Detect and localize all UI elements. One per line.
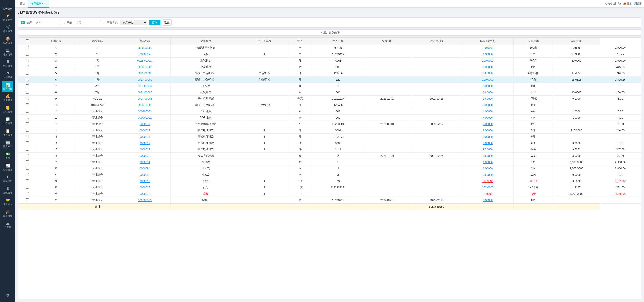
cell-0[interactable] [18,64,36,70]
sidebar-item-基础信息[interactable]: ℹ基础信息 [2,173,13,185]
expand-conditions-bar[interactable]: ▼ 展开更多条件 [18,30,641,36]
cell-9[interactable] [411,165,462,172]
cell-9[interactable] [411,115,462,121]
sidebar-settings[interactable]: ⚙ [5,291,10,300]
cell-0[interactable] [18,178,36,184]
sidebar-item-税务管理[interactable]: 📋税务管理 [2,127,13,138]
refresh-button[interactable]: 🔄 刷新 [634,2,642,6]
sidebar-search[interactable]: ☰ 搜索菜单 [0,2,16,12]
cell-0[interactable] [18,197,36,204]
cell-9[interactable] [411,64,462,70]
cell-2: 营业综合 [76,134,119,140]
cell-0[interactable] [18,127,36,134]
cell-9[interactable] [411,77,462,83]
cell-5 [241,58,288,64]
cell-9[interactable] [411,127,462,134]
tab-inventory-batch[interactable]: 库存批次▾ ✕ [28,0,49,8]
cell-0[interactable] [18,115,36,121]
cell-0[interactable] [18,83,36,89]
cell-0[interactable] [18,102,36,108]
cell-10: 0.00000 [462,102,514,108]
cell-0[interactable] [18,96,36,102]
cell-8 [364,184,411,191]
cell-0[interactable] [18,146,36,153]
cell-9[interactable] [411,134,462,140]
cell-0[interactable] [18,172,36,178]
cell-9[interactable]: 2022-02-27 [411,121,462,127]
cell-13: 222.00 [600,184,641,191]
cell-0[interactable] [18,51,36,58]
cell-0[interactable] [18,45,36,51]
sidebar-item-电商管理[interactable]: 🖥电商管理 [2,58,13,69]
cell-0[interactable] [18,140,36,146]
cell-7: 20220216 [312,197,364,204]
sidebar-item-工资[interactable]: 💵工资 [2,150,13,162]
cell-0[interactable] [18,184,36,191]
sidebar-item-快捷导航[interactable]: ⚡快捷导航 [2,12,13,23]
sidebar-item-发票管理[interactable]: 🧾发票管理 [2,115,13,127]
sidebar-item-系统管理[interactable]: ⚙系统管理 [2,185,13,196]
sidebar-item-总账管理[interactable]: 📒总账管理 [2,104,13,115]
search-button[interactable]: 查询 [148,20,160,25]
cell-9[interactable]: 2021-12-25 [411,153,462,159]
cell-9[interactable] [411,89,462,96]
sidebar-item-新手引导[interactable]: 🎓新手引导 [2,208,13,219]
cell-10: 0.00000 [462,83,514,89]
cell-0[interactable] [18,159,36,165]
cell-10: 0.00000 [462,197,514,204]
cell-0[interactable] [18,58,36,64]
cell-0[interactable] [18,70,36,77]
cell-9[interactable] [411,146,462,153]
cell-9[interactable] [411,108,462,115]
table-row: 20营业综合0000084批次次米21.000001米3,000.00003,0… [18,165,641,172]
cell-9[interactable] [411,45,462,51]
cell-0[interactable] [18,77,36,83]
cell-13: 0.00 [600,83,641,89]
cell-3: 0000084 [119,172,170,178]
sidebar-item-企业协同[interactable]: 🤝企业协同 [2,196,13,208]
cell-0[interactable] [18,121,36,127]
print-button[interactable]: 🖨 按模板打印▾ [605,2,622,6]
cell-9[interactable] [411,140,462,146]
warehouse-input[interactable] [34,20,61,25]
goods-input[interactable] [74,20,101,25]
sidebar-item-经营管理[interactable]: 📈经营管理 [2,162,13,173]
cell-2: 营业综合 [76,197,119,204]
sidebar-item-固定资产[interactable]: 🏢固定资产 [2,138,13,150]
sidebar-item-云应用[interactable]: ☁云应用 [2,219,13,231]
cell-0[interactable] [18,153,36,159]
category-label: 商品分类 [107,21,118,25]
cell-9[interactable] [411,102,462,108]
cell-9[interactable] [411,184,462,191]
cell-0[interactable] [18,191,36,197]
expand-arrow[interactable]: ▶ [21,21,25,25]
cell-9[interactable]: 2022-03-26 [411,96,462,102]
cell-9[interactable] [411,159,462,165]
cell-10: 10.0000 [462,153,514,159]
cell-9[interactable] [411,191,462,197]
sidebar-item-资金管理[interactable]: 💰资金管理 [2,92,13,104]
category-select[interactable]: 商品分类 [120,20,147,25]
sidebar-item-小脑电商[interactable]: 💻小脑电商 [2,46,13,58]
cell-9[interactable] [411,83,462,89]
cell-13: 30.00 [600,153,641,159]
cell-9[interactable] [411,70,462,77]
cell-9[interactable]: 2022-02-25 [411,197,462,204]
cell-0[interactable] [18,108,36,115]
sidebar-item-库存核算[interactable]: 📊库存核算 [2,81,13,92]
tab-home[interactable]: 首页 [17,0,28,8]
cell-0[interactable] [18,165,36,172]
sidebar-item-零售管理[interactable]: 🛒零售管理 [2,23,13,35]
sidebar-item-批发管理[interactable]: 📦批发管理 [2,35,13,46]
cell-9[interactable] [411,58,462,64]
cell-9[interactable] [411,172,462,178]
cell-0[interactable] [18,134,36,140]
cell-9[interactable] [411,178,462,184]
tab-close-icon[interactable]: ✕ [44,2,46,5]
select-all-checkbox[interactable] [26,39,29,42]
cell-0[interactable] [18,89,36,96]
sidebar-item-采购管理[interactable]: 🛍采购管理 [2,69,13,81]
cell-9[interactable] [411,51,462,58]
settings-button[interactable]: 设置 [162,20,172,26]
export-button[interactable]: 📤 导出 [623,2,632,6]
